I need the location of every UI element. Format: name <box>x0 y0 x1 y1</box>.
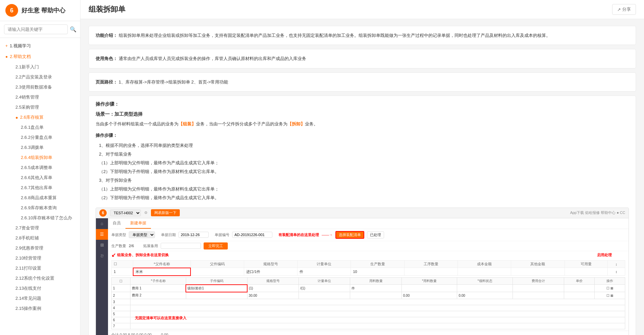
sidebar-item-partial[interactable]: 2.6.2分量盘点单 <box>15 132 80 143</box>
scene1-desc: 当由多个子件材料组装成一个成品的业务为【组装】业务，当由一个父件拆分成多个子产品… <box>96 120 629 128</box>
path-text: 1、库存核算->库存管理->组装拆卸单 2、首页->常用功能 <box>119 79 228 85</box>
sidebar-item-print[interactable]: 2.11打印设置 <box>10 263 80 273</box>
nav-tree: + 1.视频学习 ● 2.帮助文档 2.1新手入门 2.2产品安装及登录 2.3… <box>0 38 80 335</box>
sidebar-item-ops[interactable]: 2.10经营管理 <box>10 253 80 263</box>
mock-main-content: 自员 新建单据 单据类型 单据类型 单据日期 单据编号 有装配 <box>108 218 629 335</box>
mock-bottom-totals: 合计 0.00 8.00 0.00 0.00 —— 0.00 <box>108 331 629 335</box>
page-title: 组装拆卸单 <box>89 4 125 14</box>
role-block: 使用角色： 通常由生产人员或库管人员完成拆装业务的操作，库管人员确认原材料的出库… <box>89 49 636 68</box>
sidebar-item-label: 2.帮助文档 <box>10 54 31 60</box>
sidebar-item-adjust[interactable]: 2.6.3调拨单 <box>15 143 80 153</box>
step2: 2、对于组装业务 <box>96 150 629 159</box>
mock-th-parent-name: *父件名称 <box>133 260 191 268</box>
sidebar-item-mobile[interactable]: 2.8手机旺辅 <box>10 233 80 243</box>
logo-icon: 6 <box>5 4 18 17</box>
mock-upper-row1: 1 米米 进口/1件 件 10 <box>112 268 625 276</box>
mock-sidebar-icon4: 간 <box>96 250 108 261</box>
sidebar-item-stocktake[interactable]: 2.6.1盘点单 <box>15 122 80 132</box>
sidebar-item-cost[interactable]: 2.6.5成本调整单 <box>15 163 80 173</box>
mock-logo: 6 <box>99 209 107 217</box>
mock-select-list-btn[interactable]: 选择装配清单 <box>335 231 364 239</box>
sidebar-item-data[interactable]: 2.3使用前数据准备 <box>10 82 80 92</box>
sidebar-item-docs[interactable]: ● 2.帮助文档 <box>0 51 80 62</box>
sidebar-item-online[interactable]: 2.13在线支付 <box>10 283 80 293</box>
role-text: 通常由生产人员或库管人员完成拆装业务的操作，库管人员确认原材料的出库和产成品的入… <box>119 56 306 61</box>
mock-lower-row6: 6 <box>112 317 625 323</box>
mock-th-processqty: 工序数量 <box>404 260 458 268</box>
mock-sidebar: ⌂ ☰ ⊞ 간 <box>96 218 108 335</box>
ops-steps-label: 操作步骤： <box>96 131 629 139</box>
role-label: 使用角色： <box>96 56 117 61</box>
sidebar-item-purchase[interactable]: 2.5采购管理 <box>10 102 80 112</box>
sidebar-item-otheroutbound[interactable]: 2.6.7其他出库单 <box>15 183 80 193</box>
search-input[interactable] <box>4 24 68 34</box>
mock-th-prodqty: 生产数量 <box>351 260 404 268</box>
mock-remarks-input[interactable] <box>161 243 201 249</box>
share-button[interactable]: ↗ 分享 <box>612 4 636 15</box>
mock-tab-list[interactable]: 自员 <box>108 218 125 229</box>
sidebar-item-coupon[interactable]: 2.9优惠券管理 <box>10 243 80 253</box>
plus-icon: + <box>5 44 8 48</box>
mock-qty-value: 2/6 <box>129 244 134 248</box>
mock-qty-label: 生产数量 <box>111 243 126 248</box>
sidebar-item-stockerr[interactable]: 2.6.10库存账本错了怎么办 <box>15 213 80 223</box>
step3: 3、对于拆卸业务 <box>96 176 629 185</box>
ops-title: 操作步骤： <box>96 101 629 107</box>
page-header: 组装拆卸单 ↗ 分享 <box>80 0 644 19</box>
mock-totals-text: 合计 0.00 8.00 0.00 0.00 —— 0.00 <box>111 332 168 335</box>
annotation-arrow2: ↙ <box>111 252 116 258</box>
feature-intro-text: 组装拆卸单用来处理企业组装或拆卸等加工业务，支持有固定装配清单的产品加工业务，也… <box>119 33 550 38</box>
mock-lower-row5: 5 <box>112 311 625 317</box>
mock-tab-new[interactable]: 新建单据 <box>125 218 151 229</box>
mock-processed-btn[interactable]: 已处理 <box>367 231 384 238</box>
sidebar-item-faq[interactable]: 2.14常见问题 <box>10 293 80 303</box>
sidebar-item-stockcheck[interactable]: 2.6.9库存账本查询 <box>15 203 80 213</box>
mock-upper-table: ☐ *父件名称 父件编码 规格型号 计量单位 生产数量 工序数量 成本金额 其他 <box>111 260 625 276</box>
sidebar-item-install[interactable]: 2.2产品安装及登录 <box>10 72 80 82</box>
mock-type-select[interactable]: 单据类型 <box>129 231 155 238</box>
mock-lower-row3: 3 <box>112 299 625 305</box>
mock-lower-table: ☐ *子件名称 子件编码 规格型号 计量单位 用料数量 *用料数量 *领料状态 <box>111 277 625 330</box>
mock-th-costamt: 成本金额 <box>458 260 511 268</box>
mock-date-input[interactable] <box>178 232 209 238</box>
steps-section: 操作步骤： 场景一：加工类型选择 当由多个子件材料组装成一个成品的业务为【组装】… <box>89 96 636 335</box>
mock-num-input[interactable] <box>232 232 272 238</box>
scene1-title: 场景一：加工类型选择 <box>96 111 629 117</box>
minus-icon: ● <box>5 54 8 59</box>
sidebar-header: 6 好生意 帮助中心 <box>0 0 80 21</box>
mock-save-btn[interactable]: 立即完工 <box>204 242 228 249</box>
mock-lower-row2: 2 费用 2 30.00 0.00 0.00 <box>112 292 625 299</box>
mock-annotation-row: ↙ 组装业务、拆卸业务在这里切换 启用处理 <box>108 251 629 259</box>
sidebar-item-new[interactable]: 2.1新手入门 <box>10 62 80 72</box>
search-button[interactable]: 🔍 <box>70 26 76 33</box>
mock-company-select[interactable]: TEST-H002 <box>110 210 141 216</box>
sidebar-item-cases[interactable]: 2.15操作案例 <box>10 303 80 314</box>
annotation-direct-entry: 无固定清单可以在这里直接录入 <box>135 316 186 321</box>
mock-th-unit: 计量单位 <box>298 260 351 268</box>
feature-intro-block: 功能介绍： 组装拆卸单用来处理企业组装或拆卸等加工业务，支持有固定装配清单的产品… <box>89 26 636 45</box>
mock-newversion-btn[interactable]: 网易新版一下 <box>151 209 180 216</box>
sidebar-item-system[interactable]: 2.12系统个性化设置 <box>10 273 80 283</box>
mock-top-icons: App下载 佑哈报修 帮助中心 ● CC <box>570 210 625 215</box>
mock-date-label: 单据日期 <box>161 232 176 237</box>
annotation-arrow1: ——→ <box>322 233 333 237</box>
sidebar-item-goodscost[interactable]: 2.6.8商品成本重算 <box>15 193 80 203</box>
sidebar-item-assembly[interactable]: 2.6.4组装拆卸单 <box>15 153 80 163</box>
mock-form-row2: 生产数量 2/6 拓展备用 立即完工 <box>108 241 629 251</box>
mock-th-spec: 规格型号 <box>244 260 297 268</box>
annotation-enable: 启用处理 <box>597 253 612 258</box>
mock-lower-row4: 4 <box>112 305 625 311</box>
share-icon: ↗ <box>617 7 621 12</box>
sidebar-item-otherinbound[interactable]: 2.6.6其他入库单 <box>15 173 80 183</box>
path-label: 页面路径： <box>96 79 117 85</box>
step3-sub2: （2）下部明细为子件明细，最终作为产成品生成其它入库单。 <box>96 193 629 202</box>
sidebar-item-sales[interactable]: 2.4销售管理 <box>10 92 80 102</box>
mock-lower-row1: 1 费用 1 级别/差价1 (1) /(1) 件 <box>112 285 625 292</box>
sidebar-item-capital[interactable]: 2.7资金管理 <box>10 223 80 233</box>
mock-sidebar-icon3: ⊞ <box>96 240 108 250</box>
content-area: 功能介绍： 组装拆卸单用来处理企业组装或拆卸等加工业务，支持有固定装配清单的产品… <box>80 19 644 335</box>
sidebar-item-video[interactable]: + 1.视频学习 <box>0 41 80 51</box>
mock-upper-table-container: ☐ *父件名称 父件编码 规格型号 计量单位 生产数量 工序数量 成本金额 其他 <box>108 259 629 276</box>
minus-icon-2: ● <box>15 115 18 120</box>
sidebar-item-inventory[interactable]: ● 2.6库存核算 <box>10 112 80 122</box>
